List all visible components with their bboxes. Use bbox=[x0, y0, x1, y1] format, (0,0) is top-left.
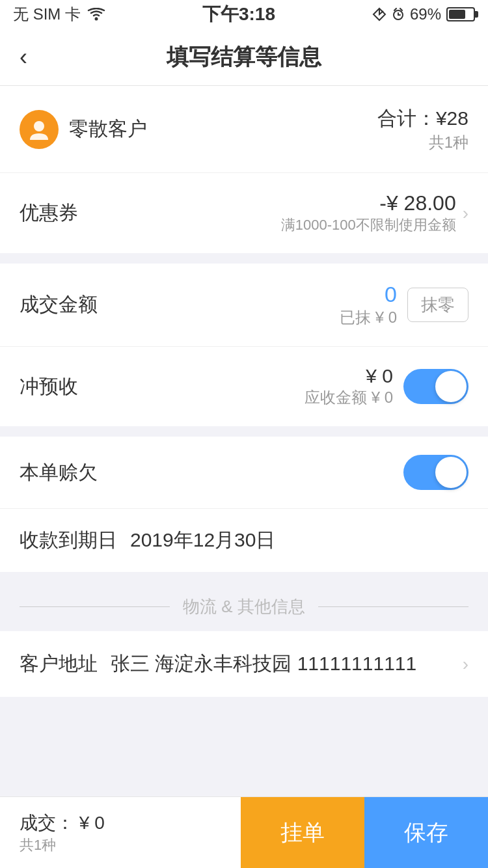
credit-row: 本单赊欠 bbox=[0, 437, 488, 508]
nav-bar: ‹ 填写结算等信息 bbox=[0, 29, 488, 86]
pre-receive-row: 冲预收 ¥ 0 应收金额 ¥ 0 bbox=[0, 346, 488, 426]
customer-info: 零散客户 bbox=[20, 110, 147, 149]
coupon-chevron-icon: › bbox=[463, 203, 468, 224]
bottom-bar: 成交： ¥ 0 共1种 挂单 保存 bbox=[0, 796, 488, 868]
logistics-line-left bbox=[20, 606, 170, 607]
status-bar: 无 SIM 卡 下午3:18 69% bbox=[0, 0, 488, 29]
deal-amount-subtext: 已抹 ¥ 0 bbox=[340, 307, 397, 328]
coupon-row[interactable]: 优惠券 -¥ 28.00 满1000-100不限制使用金额 › bbox=[0, 172, 488, 253]
due-date-label: 收款到期日 bbox=[20, 527, 117, 554]
coupon-discount: -¥ 28.00 bbox=[281, 191, 456, 215]
bottom-count: 共1种 bbox=[20, 835, 221, 855]
deal-amount-right: 0 已抹 ¥ 0 抹零 bbox=[340, 282, 468, 328]
deal-amount-label: 成交金额 bbox=[20, 292, 98, 318]
status-right: 69% bbox=[372, 5, 475, 23]
alarm-icon bbox=[392, 8, 405, 21]
total-amount-text: 合计：¥28 bbox=[377, 105, 468, 132]
credit-toggle-knob bbox=[435, 457, 467, 488]
address-chevron-icon: › bbox=[463, 654, 468, 675]
pre-receive-toggle[interactable] bbox=[403, 369, 468, 404]
coupon-label: 优惠券 bbox=[20, 200, 78, 226]
logistics-section: 物流 & 其他信息 bbox=[0, 582, 488, 631]
address-value: 张三 海淀永丰科技园 11111111111 bbox=[111, 651, 463, 677]
wifi-icon bbox=[87, 8, 105, 21]
deal-amount-value[interactable]: 0 bbox=[340, 282, 397, 307]
credit-card: 本单赊欠 收款到期日 2019年12月30日 bbox=[0, 437, 488, 572]
credit-label: 本单赊欠 bbox=[20, 459, 98, 486]
status-left: 无 SIM 卡 bbox=[13, 4, 105, 25]
customer-coupon-card: 零散客户 合计：¥28 共1种 优惠券 -¥ 28.00 满1000-100不限… bbox=[0, 86, 488, 253]
save-button[interactable]: 保存 bbox=[364, 797, 488, 869]
bottom-summary: 成交： ¥ 0 共1种 bbox=[0, 811, 241, 855]
logistics-title: 物流 & 其他信息 bbox=[183, 595, 305, 618]
credit-toggle[interactable] bbox=[403, 455, 468, 490]
no-sim-text: 无 SIM 卡 bbox=[13, 4, 81, 25]
deal-amount-row: 成交金额 0 已抹 ¥ 0 抹零 bbox=[0, 264, 488, 346]
customer-name: 零散客户 bbox=[69, 116, 147, 142]
battery-icon bbox=[446, 7, 475, 21]
location-icon bbox=[372, 7, 386, 21]
hang-order-button[interactable]: 挂单 bbox=[241, 797, 364, 869]
toggle-knob bbox=[435, 371, 467, 402]
logistics-line-right bbox=[318, 606, 468, 607]
customer-total: 合计：¥28 共1种 bbox=[377, 105, 468, 153]
address-label: 客户地址 bbox=[20, 651, 98, 677]
battery-percent: 69% bbox=[410, 5, 441, 23]
logistics-divider: 物流 & 其他信息 bbox=[20, 595, 468, 618]
svg-point-2 bbox=[34, 121, 44, 131]
svg-point-0 bbox=[95, 18, 98, 21]
coupon-right: -¥ 28.00 满1000-100不限制使用金额 › bbox=[281, 191, 468, 235]
pre-receive-right: ¥ 0 应收金额 ¥ 0 bbox=[305, 365, 468, 408]
round-zero-button[interactable]: 抹零 bbox=[407, 288, 468, 322]
address-row[interactable]: 客户地址 张三 海淀永丰科技园 11111111111 › bbox=[0, 631, 488, 697]
due-date-value: 2019年12月30日 bbox=[130, 527, 275, 554]
pre-receive-label: 冲预收 bbox=[20, 373, 78, 400]
coupon-desc: 满1000-100不限制使用金额 bbox=[281, 215, 456, 235]
pre-receive-subtext: 应收金额 ¥ 0 bbox=[305, 387, 393, 408]
amount-card: 成交金额 0 已抹 ¥ 0 抹零 冲预收 ¥ 0 应收金额 ¥ 0 bbox=[0, 264, 488, 426]
credit-right bbox=[403, 455, 468, 490]
avatar bbox=[20, 110, 59, 149]
address-card: 客户地址 张三 海淀永丰科技园 11111111111 › bbox=[0, 631, 488, 697]
page-title: 填写结算等信息 bbox=[167, 42, 321, 72]
bottom-deal-amount: ¥ 0 bbox=[79, 813, 105, 833]
due-date-row[interactable]: 收款到期日 2019年12月30日 bbox=[0, 508, 488, 572]
bottom-deal-label: 成交： bbox=[20, 813, 74, 833]
customer-row: 零散客户 合计：¥28 共1种 bbox=[0, 86, 488, 172]
pre-receive-amount: ¥ 0 bbox=[305, 365, 393, 387]
status-time: 下午3:18 bbox=[202, 2, 275, 27]
back-button[interactable]: ‹ bbox=[20, 44, 27, 71]
total-count-text: 共1种 bbox=[377, 132, 468, 153]
